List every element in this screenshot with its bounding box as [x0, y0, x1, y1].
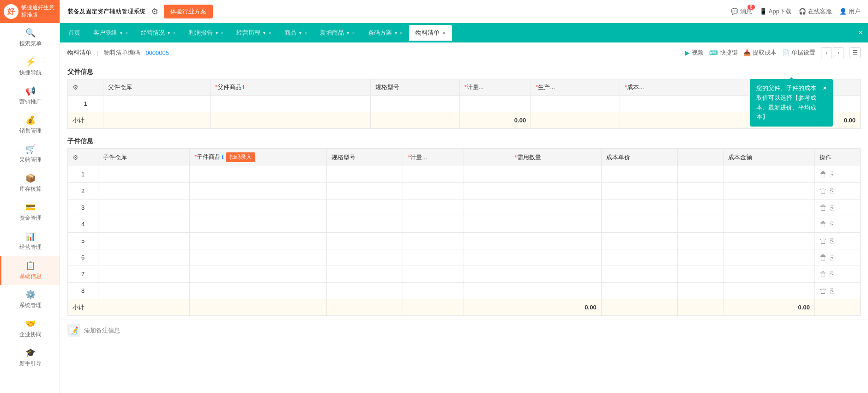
- tab-customer[interactable]: 客户联络 ▾ ×: [87, 25, 134, 41]
- prev-page-button[interactable]: ‹: [821, 47, 832, 58]
- child-qty-3[interactable]: [510, 200, 601, 216]
- child-product-info-icon[interactable]: ℹ: [222, 154, 224, 160]
- tab-product[interactable]: 商品 ▾ ×: [278, 25, 313, 41]
- extract-cost-button[interactable]: 📥 提取成本: [743, 48, 777, 57]
- sidebar-item-marketing[interactable]: 📢 营销推广: [0, 81, 60, 110]
- message-button[interactable]: 💬 6 消息: [731, 7, 752, 16]
- child-product-6[interactable]: [190, 249, 327, 266]
- tab-close-icon[interactable]: ×: [173, 30, 175, 36]
- shortcut-button[interactable]: ⌨ 快捷键: [709, 48, 738, 57]
- child-price-1[interactable]: [601, 166, 677, 183]
- settings-icon[interactable]: ⚙: [151, 6, 158, 17]
- child-unit-6[interactable]: [403, 249, 464, 266]
- child-price-3[interactable]: [601, 200, 677, 216]
- child-product-2[interactable]: [190, 183, 327, 200]
- sidebar-item-basic-info[interactable]: 📋 基础信息: [0, 256, 60, 285]
- child-price-4[interactable]: [601, 216, 677, 233]
- child-qty-2[interactable]: [510, 183, 601, 200]
- child-spec-4[interactable]: [327, 216, 403, 233]
- delete-icon-5[interactable]: 🗑: [820, 237, 827, 245]
- child-unit-7[interactable]: [403, 266, 464, 283]
- tab-close-icon[interactable]: ×: [400, 30, 403, 36]
- delete-icon-1[interactable]: 🗑: [820, 170, 827, 179]
- child-qty-6[interactable]: [510, 249, 601, 266]
- child-product-3[interactable]: [190, 200, 327, 216]
- child-unit-5[interactable]: [403, 233, 464, 249]
- parent-warehouse-cell[interactable]: [103, 96, 211, 112]
- child-unit-1[interactable]: [403, 166, 464, 183]
- child-warehouse-5[interactable]: [98, 233, 190, 249]
- child-unit-8[interactable]: [403, 283, 464, 299]
- copy-icon-4[interactable]: ⎘: [830, 220, 834, 229]
- copy-icon-2[interactable]: ⎘: [830, 187, 834, 195]
- child-warehouse-1[interactable]: [98, 166, 190, 183]
- child-warehouse-4[interactable]: [98, 216, 190, 233]
- delete-icon-4[interactable]: 🗑: [820, 220, 827, 229]
- tab-barcode[interactable]: 条码方案 ▾ ×: [362, 25, 409, 41]
- sidebar-item-system[interactable]: ⚙️ 系统管理: [0, 285, 60, 314]
- copy-icon-3[interactable]: ⎘: [830, 204, 834, 212]
- tab-bom[interactable]: 物料清单 ×: [409, 25, 452, 41]
- sidebar-item-purchase[interactable]: 🛒 采购管理: [0, 139, 60, 169]
- tab-new-product[interactable]: 新增商品 ▾ ×: [313, 25, 361, 41]
- child-spec-7[interactable]: [327, 266, 403, 283]
- child-qty-7[interactable]: [510, 266, 601, 283]
- copy-icon-6[interactable]: ⎘: [830, 254, 834, 262]
- tooltip-close-button[interactable]: ×: [823, 84, 826, 93]
- tab-close-icon[interactable]: ×: [221, 30, 223, 36]
- tab-operations[interactable]: 经营情况 ▾ ×: [134, 25, 182, 41]
- video-button[interactable]: ▶ 视频: [685, 48, 704, 57]
- child-warehouse-2[interactable]: [98, 183, 190, 200]
- child-warehouse-3[interactable]: [98, 200, 190, 216]
- sidebar-item-inventory[interactable]: 📦 库存核算: [0, 169, 60, 198]
- delete-icon-3[interactable]: 🗑: [820, 204, 827, 212]
- parent-spec-cell[interactable]: [370, 96, 459, 112]
- parent-product-info-icon[interactable]: ℹ: [242, 84, 245, 91]
- child-qty-8[interactable]: [510, 283, 601, 299]
- sidebar-item-finance[interactable]: 💳 资金管理: [0, 198, 60, 227]
- copy-icon-8[interactable]: ⎘: [830, 287, 834, 295]
- child-price-7[interactable]: [601, 266, 677, 283]
- online-service-button[interactable]: 🎧 在线客服: [799, 7, 832, 16]
- sidebar-item-operations[interactable]: 📊 经营管理: [0, 227, 60, 256]
- child-spec-3[interactable]: [327, 200, 403, 216]
- experience-button[interactable]: 体验行业方案: [164, 5, 213, 18]
- user-button[interactable]: 👤 用户: [839, 7, 861, 16]
- copy-icon-1[interactable]: ⎘: [830, 170, 834, 179]
- child-qty-4[interactable]: [510, 216, 601, 233]
- child-spec-1[interactable]: [327, 166, 403, 183]
- child-settings-icon[interactable]: ⚙: [72, 154, 78, 161]
- sidebar-item-sales[interactable]: 💰 销售管理: [0, 110, 60, 139]
- tab-close-icon[interactable]: ×: [268, 30, 271, 36]
- child-product-7[interactable]: [190, 266, 327, 283]
- parent-cost-cell[interactable]: [620, 96, 709, 112]
- close-all-tabs-button[interactable]: ×: [853, 29, 868, 37]
- child-unit-2[interactable]: [403, 183, 464, 200]
- breadcrumb-bom[interactable]: 物料清单: [67, 48, 91, 57]
- child-warehouse-6[interactable]: [98, 249, 190, 266]
- child-warehouse-7[interactable]: [98, 266, 190, 283]
- child-spec-5[interactable]: [327, 233, 403, 249]
- sidebar-item-enterprise[interactable]: 🤝 企业协同: [0, 314, 60, 343]
- sidebar-item-quick-nav[interactable]: ⚡ 快捷导航: [0, 52, 60, 81]
- tab-close-icon[interactable]: ×: [352, 30, 355, 36]
- copy-icon-5[interactable]: ⎘: [830, 237, 834, 245]
- child-qty-5[interactable]: [510, 233, 601, 249]
- delete-icon-6[interactable]: 🗑: [820, 254, 827, 262]
- tab-close-icon[interactable]: ×: [304, 30, 307, 36]
- child-product-4[interactable]: [190, 216, 327, 233]
- parent-unit-cell[interactable]: [459, 96, 530, 112]
- child-product-1[interactable]: [190, 166, 327, 183]
- menu-button[interactable]: ☰: [850, 47, 861, 58]
- next-page-button[interactable]: ›: [833, 47, 844, 58]
- parent-prod-cell[interactable]: [531, 96, 620, 112]
- child-qty-1[interactable]: [510, 166, 601, 183]
- child-unit-3[interactable]: [403, 200, 464, 216]
- delete-icon-8[interactable]: 🗑: [820, 287, 827, 295]
- delete-icon-7[interactable]: 🗑: [820, 270, 827, 278]
- child-warehouse-8[interactable]: [98, 283, 190, 299]
- child-product-5[interactable]: [190, 233, 327, 249]
- child-price-6[interactable]: [601, 249, 677, 266]
- tab-home[interactable]: 首页: [62, 25, 87, 41]
- note-input[interactable]: [84, 327, 861, 334]
